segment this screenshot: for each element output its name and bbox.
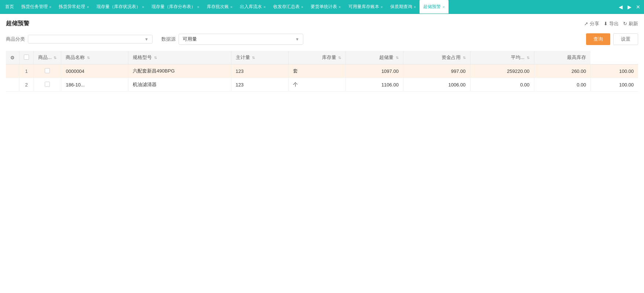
nav-tab-inventory-batch[interactable]: 库存批次账 × [203, 0, 236, 14]
share-button[interactable]: ➚ 分享 [584, 21, 599, 27]
sort-icon: ⇅ [463, 56, 466, 60]
nav-tab-home[interactable]: 首页 [1, 0, 18, 14]
row-overstock: 997.00 [403, 64, 470, 78]
nav-tab-label: 现存量（库存状况表） [96, 4, 140, 10]
row-overstock: 1006.00 [403, 78, 470, 92]
nav-tab-label: 拣货异常处理 [59, 4, 85, 10]
data-table: ⚙ 商品... ⇅ 商品名称 ⇅ 规格型号 ⇅ 主计量 [6, 51, 638, 92]
nav-tab-pick-exception[interactable]: 拣货异常处理 × [55, 0, 92, 14]
nav-tab-close-icon[interactable]: × [230, 5, 233, 9]
nav-tab-inventory-dist[interactable]: 现存量（库存分布表） × [148, 0, 203, 14]
nav-tab-quality-date[interactable]: 保质期查询 × [387, 0, 420, 14]
datasource-value: 可用量 [183, 36, 197, 42]
export-icon: ⬇ [604, 21, 608, 26]
nav-tab-close-icon[interactable]: × [442, 5, 444, 9]
nav-close-button[interactable]: ✕ [634, 0, 643, 14]
col-capital[interactable]: 资金占用 ⇅ [403, 51, 470, 64]
row-unit: 个 [289, 78, 346, 92]
datasource-chevron-icon: ▼ [295, 37, 299, 41]
table-body: 10000004六配套新昌490BPG123套1097.00997.002592… [6, 64, 638, 92]
col-product-code[interactable]: 商品... ⇅ [34, 51, 61, 64]
share-icon: ➚ [584, 21, 588, 26]
nav-tab-label: 首页 [5, 4, 14, 10]
nav-tab-recv-send[interactable]: 收发存汇总表 × [270, 0, 307, 14]
refresh-icon: ↻ [623, 21, 627, 26]
nav-tab-close-icon[interactable]: × [301, 5, 303, 9]
nav-tab-label: 现存量（库存分布表） [151, 4, 195, 10]
sort-icon: ⇅ [252, 56, 255, 60]
row-spec: 123 [231, 78, 288, 92]
nav-tab-overstock[interactable]: 超储预警 × [420, 0, 448, 14]
sort-icon: ⇅ [338, 56, 341, 60]
nav-tab-label: 要货单统计表 [311, 4, 337, 10]
row-unit: 套 [289, 64, 346, 78]
nav-tab-close-icon[interactable]: × [197, 5, 199, 9]
table-header: ⚙ 商品... ⇅ 商品名称 ⇅ 规格型号 ⇅ 主计量 [6, 51, 638, 64]
row-num: 1 [19, 64, 34, 78]
row-checkbox[interactable] [34, 64, 61, 78]
col-settings[interactable]: ⚙ [6, 51, 19, 64]
col-max-stock[interactable]: 最高库存 [534, 51, 590, 64]
nav-tab-available-inv[interactable]: 可用量库存账本 × [345, 0, 387, 14]
category-chevron-icon: ▼ [144, 37, 149, 41]
nav-tab-label: 可用量库存账本 [348, 4, 379, 10]
row-product-name: 机油滤清器 [128, 78, 231, 92]
gear-icon: ⚙ [10, 55, 15, 60]
filter-actions: 查询 设置 [586, 33, 638, 45]
datasource-select[interactable]: 可用量 ▼ [179, 34, 303, 45]
row-settings-cell [6, 64, 19, 78]
settings-button[interactable]: 设置 [613, 33, 638, 45]
category-select[interactable]: ▼ [28, 35, 153, 44]
col-unit[interactable]: 主计量 ⇅ [231, 51, 288, 64]
nav-tab-close-icon[interactable]: × [142, 5, 144, 9]
row-checkbox-input[interactable] [45, 68, 50, 73]
row-max-stock: 100.00 [590, 78, 638, 92]
category-filter: 商品分类 ▼ [6, 35, 153, 44]
export-button[interactable]: ⬇ 导出 [604, 21, 619, 27]
col-checkbox[interactable] [19, 51, 34, 64]
nav-tab-close-icon[interactable]: × [87, 5, 89, 9]
col-spec[interactable]: 规格型号 ⇅ [128, 51, 231, 64]
datasource-filter: 数据源 可用量 ▼ [161, 34, 303, 45]
nav-tab-close-icon[interactable]: × [381, 5, 383, 9]
nav-tab-order-stats[interactable]: 要货单统计表 × [307, 0, 344, 14]
row-checkbox-input[interactable] [45, 82, 50, 87]
query-button[interactable]: 查询 [586, 33, 610, 45]
nav-tab-pick-task[interactable]: 拣货任务管理 × [18, 0, 55, 14]
row-spec: 123 [231, 64, 288, 78]
nav-tab-close-icon[interactable]: × [49, 5, 51, 9]
nav-tab-close-icon[interactable]: × [263, 5, 266, 9]
col-product-name[interactable]: 商品名称 ⇅ [61, 51, 128, 64]
row-product-name: 六配套新昌490BPG [128, 64, 231, 78]
row-checkbox[interactable] [34, 78, 61, 92]
row-stock: 1106.00 [346, 78, 403, 92]
category-label: 商品分类 [6, 36, 25, 42]
nav-tab-close-icon[interactable]: × [414, 5, 416, 9]
col-overstock[interactable]: 超储量 ⇅ [346, 51, 403, 64]
sort-icon: ⇅ [154, 56, 157, 60]
row-product-code: 0000004 [61, 64, 128, 78]
nav-tab-label: 库存批次账 [207, 4, 229, 10]
nav-tab-inventory-status[interactable]: 现存量（库存状况表） × [93, 0, 148, 14]
nav-tab-close-icon[interactable]: × [339, 5, 341, 9]
col-stock[interactable]: 库存量 ⇅ [289, 51, 346, 64]
nav-next-button[interactable]: ▶ [625, 0, 634, 14]
export-label: 导出 [609, 21, 619, 27]
table-row: 2186-10...机油滤清器123个1106.001006.000.000.0… [6, 78, 638, 92]
top-nav: 首页拣货任务管理 ×拣货异常处理 ×现存量（库存状况表） ×现存量（库存分布表）… [0, 0, 644, 14]
row-capital: 259220.00 [470, 64, 534, 78]
nav-prev-button[interactable]: ◀ [616, 0, 625, 14]
page-title: 超储预警 [6, 20, 29, 27]
row-capital: 0.00 [470, 78, 534, 92]
refresh-button[interactable]: ↻ 刷新 [623, 21, 638, 27]
row-avg: 260.00 [534, 64, 590, 78]
row-avg: 0.00 [534, 78, 590, 92]
header-checkbox[interactable] [24, 55, 29, 60]
col-avg[interactable]: 平均... ⇅ [470, 51, 534, 64]
nav-tab-label: 收发存汇总表 [273, 4, 300, 10]
nav-tab-inout-flow[interactable]: 出入库流水 × [236, 0, 269, 14]
page-header: 超储预警 ➚ 分享 ⬇ 导出 ↻ 刷新 [6, 20, 638, 27]
datasource-label: 数据源 [161, 36, 176, 42]
sort-icon: ⇅ [527, 56, 530, 60]
sort-icon: ⇅ [87, 56, 90, 60]
